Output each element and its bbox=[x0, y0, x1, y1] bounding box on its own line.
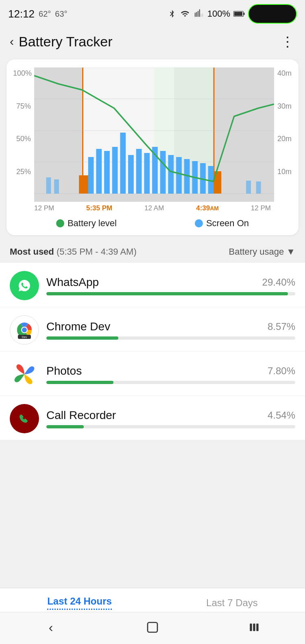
app-item-chrome[interactable]: Dev Chrome Dev 8.57% bbox=[0, 307, 305, 351]
y-label-25: 25% bbox=[13, 168, 31, 176]
app-title: Battery Tracker bbox=[19, 34, 113, 50]
svg-rect-26 bbox=[176, 157, 182, 194]
legend-screen: Screen On bbox=[195, 218, 249, 229]
legend-battery: Battery level bbox=[56, 218, 117, 229]
call-recorder-progress-fill bbox=[46, 425, 84, 428]
svg-rect-19 bbox=[120, 133, 126, 194]
x-label-12pm: 12 PM bbox=[34, 204, 54, 212]
svg-rect-44 bbox=[250, 624, 252, 631]
svg-rect-25 bbox=[168, 155, 174, 194]
status-temp2: 63° bbox=[55, 9, 67, 19]
svg-rect-34 bbox=[256, 181, 261, 194]
svg-rect-20 bbox=[128, 155, 134, 194]
svg-point-42 bbox=[15, 410, 33, 428]
x-label-439am: 4:39AM bbox=[196, 204, 219, 212]
call-recorder-progress-bg bbox=[46, 425, 295, 428]
svg-text:Dev: Dev bbox=[22, 336, 27, 338]
chart-legend: Battery level Screen On bbox=[13, 218, 292, 229]
svg-rect-32 bbox=[54, 179, 59, 194]
app-bar-left: ‹ Battery Tracker bbox=[10, 34, 113, 50]
chrome-dev-icon: Dev bbox=[10, 315, 39, 345]
back-button[interactable]: ‹ bbox=[10, 35, 14, 48]
chrome-name: Chrome Dev bbox=[46, 320, 110, 333]
most-used-header: Most used (5:35 PM - 4:39 AM) Battery us… bbox=[0, 238, 305, 261]
photos-info: Photos 7.80% bbox=[46, 365, 295, 384]
svg-rect-22 bbox=[144, 153, 150, 194]
y-label-20m: 20m bbox=[277, 135, 292, 143]
svg-point-39 bbox=[22, 327, 27, 332]
svg-rect-15 bbox=[88, 157, 94, 194]
x-label-12am: 12 AM bbox=[144, 204, 164, 212]
chrome-progress-bg bbox=[46, 336, 295, 340]
y-label-50: 50% bbox=[13, 135, 31, 143]
call-recorder-info: Call Recorder 4.54% bbox=[46, 409, 295, 428]
y-label-30m: 30m bbox=[277, 102, 292, 111]
svg-rect-46 bbox=[256, 624, 258, 631]
battery-icon bbox=[233, 9, 245, 18]
more-button[interactable]: ⋮ bbox=[281, 33, 295, 50]
y-label-100: 100% bbox=[13, 69, 31, 78]
chrome-percent: 8.57% bbox=[268, 321, 295, 332]
photos-icon bbox=[10, 360, 39, 389]
status-right: 100% bbox=[168, 4, 297, 24]
whatsapp-name: WhatsApp bbox=[46, 276, 99, 289]
app-item-photos[interactable]: Photos 7.80% bbox=[0, 351, 305, 396]
battery-legend-dot bbox=[56, 219, 64, 227]
x-label-535pm: 5:35 PM bbox=[86, 204, 112, 212]
svg-rect-45 bbox=[253, 624, 255, 631]
whatsapp-percent: 29.40% bbox=[262, 277, 295, 288]
most-used-label: Most used (5:35 PM - 4:39 AM) bbox=[10, 247, 137, 257]
app-list: WhatsApp 29.40% bbox=[0, 263, 305, 440]
photos-name: Photos bbox=[46, 365, 82, 378]
app-item-call-recorder[interactable]: Call Recorder 4.54% bbox=[0, 396, 305, 440]
svg-rect-24 bbox=[160, 151, 166, 194]
bluetooth-icon bbox=[168, 9, 176, 18]
nav-back-button[interactable]: ‹ bbox=[41, 617, 61, 637]
battery-usage-dropdown[interactable]: Battery usage ▼ bbox=[229, 247, 295, 257]
tab-last-7d[interactable]: Last 7 Days bbox=[206, 597, 258, 609]
svg-rect-2 bbox=[244, 13, 245, 15]
battery-legend-label: Battery level bbox=[68, 218, 117, 229]
y-label-10m: 10m bbox=[277, 168, 292, 176]
nav-recent-button[interactable] bbox=[244, 617, 264, 637]
call-recorder-percent: 4.54% bbox=[268, 410, 295, 421]
chrome-progress-fill bbox=[46, 336, 118, 340]
svg-rect-16 bbox=[96, 149, 102, 194]
dropdown-chevron-icon: ▼ bbox=[286, 247, 295, 257]
whatsapp-icon bbox=[10, 271, 39, 300]
svg-rect-1 bbox=[234, 12, 242, 16]
svg-rect-17 bbox=[104, 151, 110, 194]
screen-legend-dot bbox=[195, 219, 203, 227]
svg-rect-31 bbox=[46, 177, 51, 194]
y-label-75: 75% bbox=[13, 102, 31, 111]
bottom-tabs: Last 24 Hours Last 7 Days bbox=[0, 588, 305, 616]
whatsapp-info: WhatsApp 29.40% bbox=[46, 276, 295, 295]
svg-rect-18 bbox=[112, 147, 118, 194]
tab-last-24h[interactable]: Last 24 Hours bbox=[47, 596, 112, 610]
status-temp1: 62° bbox=[39, 9, 51, 19]
nav-bar: ‹ bbox=[0, 612, 305, 644]
status-time: 12:12 bbox=[8, 8, 35, 20]
call-recorder-icon bbox=[10, 404, 39, 433]
screen-legend-label: Screen On bbox=[206, 218, 249, 229]
nav-home-button[interactable] bbox=[142, 617, 163, 637]
photos-progress-fill bbox=[46, 381, 113, 384]
battery-percent: 100% bbox=[207, 9, 230, 19]
wifi-icon bbox=[180, 9, 190, 18]
battery-usage-label: Battery usage bbox=[229, 247, 284, 257]
status-left: 12:12 62° 63° bbox=[8, 8, 68, 20]
battery-chart[interactable] bbox=[34, 68, 274, 202]
svg-rect-21 bbox=[136, 149, 142, 194]
y-label-40m: 40m bbox=[277, 69, 292, 78]
whatsapp-progress-bg bbox=[46, 292, 295, 295]
svg-rect-33 bbox=[246, 181, 251, 194]
x-label-12pm2: 12 PM bbox=[251, 204, 271, 212]
app-bar: ‹ Battery Tracker ⋮ bbox=[0, 27, 305, 56]
signal-icon bbox=[194, 9, 204, 18]
chart-card: 100% 75% 50% 25% bbox=[7, 59, 298, 235]
pill-button[interactable] bbox=[248, 4, 297, 24]
chrome-info: Chrome Dev 8.57% bbox=[46, 320, 295, 340]
photos-progress-bg bbox=[46, 381, 295, 384]
svg-rect-43 bbox=[148, 622, 157, 632]
app-item-whatsapp[interactable]: WhatsApp 29.40% bbox=[0, 263, 305, 307]
